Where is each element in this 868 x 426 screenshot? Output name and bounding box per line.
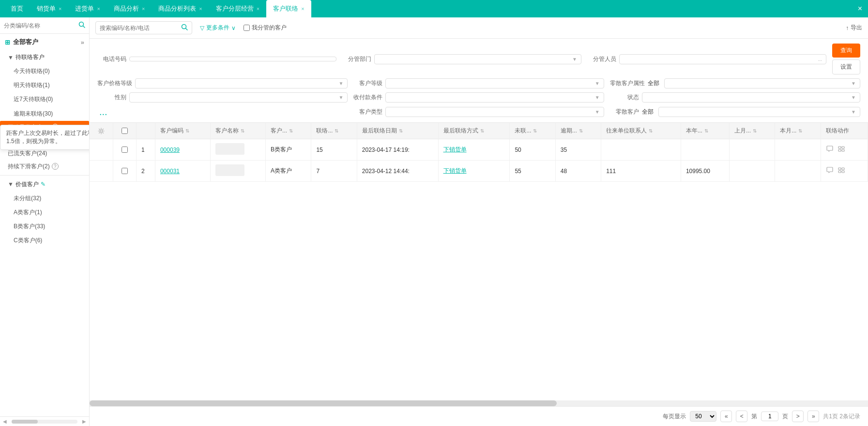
nav-product-analysis[interactable]: 商品分析 ×	[107, 0, 152, 17]
row1-name[interactable]	[211, 139, 266, 161]
customer-level-select[interactable]: ▼	[385, 78, 604, 88]
filter-customer-type: 客户类型 ▼	[353, 107, 604, 117]
filter-row-3: 性别 ▼ 收付款条件 ▼ 状态	[97, 92, 860, 103]
last-page-btn[interactable]: »	[807, 411, 819, 422]
col-class[interactable]: 客户... ⇅	[266, 123, 311, 139]
col-last-month[interactable]: 上月... ⇅	[729, 123, 775, 139]
sidebar-search-icon[interactable]	[78, 21, 85, 29]
export-button[interactable]: ↑ 导出	[846, 24, 862, 32]
col-contact-count[interactable]: 联络... ⇅	[311, 123, 357, 139]
sidebar-item-ungrouped[interactable]: 未分组(32)	[0, 191, 89, 206]
col-last-method[interactable]: 最后联络方式 ⇅	[438, 123, 510, 139]
phone-field-input[interactable]	[129, 57, 336, 61]
sidebar-item-continuous-down[interactable]: 持续下滑客户(2) ?	[0, 160, 89, 173]
row2-class: A类客户	[266, 161, 311, 182]
row1-unit-contact	[601, 139, 681, 161]
price-level-select[interactable]: ▼	[135, 78, 348, 88]
row2-select-checkbox[interactable]	[122, 168, 128, 174]
retail-attr-select[interactable]: ▼	[664, 78, 860, 88]
edit-value-icon[interactable]: ✎	[41, 181, 46, 188]
retail-customer-select[interactable]: ▼	[658, 107, 860, 117]
row2-last-method[interactable]: 下销货单	[438, 161, 510, 182]
select-all-checkbox[interactable]	[122, 128, 128, 134]
row1-more-icon[interactable]	[838, 145, 845, 154]
col-this-month[interactable]: 本月... ⇅	[775, 123, 821, 139]
gender-select[interactable]: ▼	[129, 92, 348, 103]
branch-dept-select[interactable]: ▼	[374, 54, 581, 64]
col-overdue[interactable]: 逾期... ⇅	[555, 123, 601, 139]
query-button[interactable]: 查询	[832, 44, 860, 58]
row2-code[interactable]: 000031	[155, 161, 210, 182]
repurchase-tooltip: 距客户上次交易时长，超过了此客户的平均交易周期的1.5倍，则视为异常。	[0, 125, 90, 150]
first-page-btn[interactable]: «	[720, 411, 732, 422]
settings-button[interactable]: 设置	[832, 59, 860, 74]
col-name[interactable]: 客户名称 ⇅	[211, 123, 266, 139]
horizontal-scrollbar[interactable]	[90, 400, 868, 406]
col-unit-contact[interactable]: 往来单位联系人 ⇅	[601, 123, 681, 139]
my-customer-checkbox[interactable]	[244, 25, 250, 31]
branch-person-select[interactable]: ...	[619, 54, 826, 64]
prev-page-btn[interactable]: <	[736, 411, 747, 422]
row2-unit-contact: 111	[601, 161, 681, 182]
customer-level-arrow-icon: ▼	[595, 81, 600, 86]
col-code[interactable]: 客户编码 ⇅	[155, 123, 210, 139]
nav-close-product-analysis-list[interactable]: ×	[199, 6, 202, 12]
more-conditions-btn[interactable]: ▽ 更多条件 ∨	[196, 22, 240, 34]
row2-more-icon[interactable]	[838, 166, 845, 176]
row2-checkbox[interactable]	[113, 161, 137, 182]
col-last-date[interactable]: 最后联络日期 ⇅	[357, 123, 438, 139]
sidebar-item-tomorrow-pending[interactable]: 明天待联络(1)	[0, 78, 89, 92]
row2-chat-icon[interactable]	[826, 166, 834, 176]
row1-chat-icon[interactable]	[826, 145, 834, 154]
sidebar-value-customer-header[interactable]: ▼ 价值客户 ✎	[0, 177, 89, 191]
my-customer-checkbox-area[interactable]: 我分管的客户	[244, 24, 287, 32]
sidebar-collapse-btn[interactable]: »	[81, 39, 84, 46]
nav-close-purchase-order[interactable]: ×	[97, 6, 100, 12]
per-page-select[interactable]: 50 20 100	[690, 411, 716, 422]
nav-close-customer-contact[interactable]: ×	[301, 6, 304, 12]
row2-last-month	[729, 161, 775, 182]
nav-product-analysis-list[interactable]: 商品分析列表 ×	[152, 0, 209, 17]
sidebar-scroll-left[interactable]: ◀	[0, 419, 10, 424]
filter-row-4: ... 客户类型 ▼ 零散客户 全部 ▼	[97, 106, 860, 118]
sidebar-item-class-a[interactable]: A类客户(1)	[0, 206, 89, 220]
col-this-year[interactable]: 本年... ⇅	[681, 123, 729, 139]
sidebar-all-customers-header[interactable]: ⊞ 全部客户 »	[0, 34, 89, 50]
top-nav: 首页 销货单 × 进货单 × 商品分析 × 商品分析列表 × 客户分层经营 × …	[0, 0, 868, 17]
page-number-input[interactable]	[761, 411, 778, 421]
sidebar-item-7days-pending[interactable]: 近7天待联络(0)	[0, 92, 89, 106]
nav-customer-contact[interactable]: 客户联络 ×	[266, 0, 311, 17]
nav-close-customer-segmentation[interactable]: ×	[257, 6, 259, 12]
svg-line-3	[186, 29, 188, 30]
nav-close-sales-order[interactable]: ×	[59, 6, 61, 12]
status-select[interactable]: ▼	[642, 92, 860, 103]
sidebar-item-class-b[interactable]: B类客户(33)	[0, 220, 89, 234]
col-not-contact[interactable]: 未联... ⇅	[510, 123, 555, 139]
nav-close-product-analysis[interactable]: ×	[142, 6, 145, 12]
filter-more-btn[interactable]: ...	[99, 106, 107, 118]
nav-sales-order[interactable]: 销货单 ×	[30, 0, 68, 17]
row1-last-method[interactable]: 下销货单	[438, 139, 510, 161]
row1-checkbox[interactable]	[113, 139, 137, 161]
sidebar-item-class-c[interactable]: C类客户(6)	[0, 234, 89, 248]
svg-point-4	[100, 130, 103, 132]
sidebar-pending-contact-group[interactable]: ▼ 待联络客户	[0, 50, 89, 64]
payment-select[interactable]: ▼	[385, 92, 604, 103]
row2-name[interactable]	[211, 161, 266, 182]
close-all-tabs[interactable]: ×	[858, 4, 862, 13]
sidebar-search-input[interactable]	[4, 22, 76, 29]
row1-select-checkbox[interactable]	[122, 147, 128, 153]
sidebar-item-today-pending[interactable]: 今天待联络(0)	[0, 64, 89, 78]
nav-customer-segmentation[interactable]: 客户分层经营 ×	[209, 0, 266, 17]
nav-purchase-order[interactable]: 进货单 ×	[68, 0, 107, 17]
search-input[interactable]	[100, 25, 181, 31]
pagination-bar: 每页显示 50 20 100 « < 第 页 > » 共1页 2条记录	[90, 406, 868, 426]
next-page-btn[interactable]: >	[792, 411, 804, 422]
customer-type-select[interactable]: ▼	[385, 107, 604, 117]
nav-home[interactable]: 首页	[4, 0, 30, 17]
row1-code[interactable]: 000039	[155, 139, 210, 161]
col-checkbox[interactable]	[113, 123, 137, 139]
sidebar-item-overdue-pending[interactable]: 逾期未联络(30)	[0, 107, 89, 121]
sidebar-scroll-right[interactable]: ▶	[79, 419, 89, 424]
scrollbar-thumb[interactable]	[90, 400, 557, 406]
